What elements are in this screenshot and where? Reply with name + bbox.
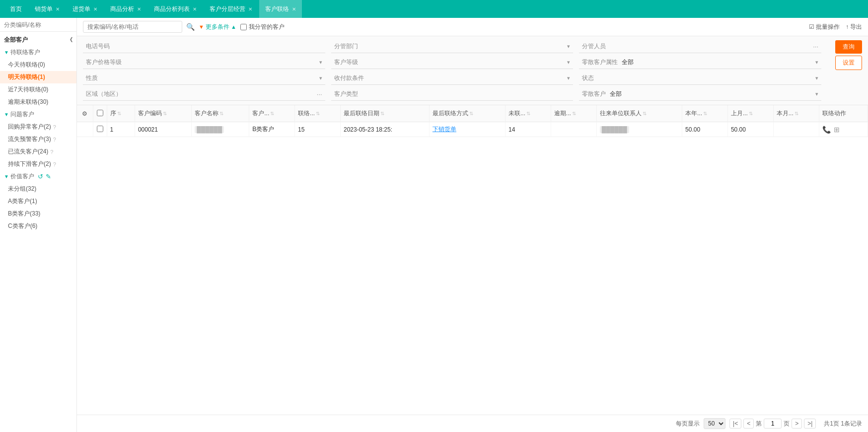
refresh-icon[interactable]: ↺	[38, 173, 43, 180]
col-last-method: 最后联络方式 ⇅	[429, 105, 505, 122]
nav-customer-tier[interactable]: 客户分层经营 ✕	[204, 0, 258, 18]
my-customers-checkbox[interactable]: 我分管的客户	[240, 23, 285, 31]
more-conditions-btn[interactable]: ▼ 更多条件 ▲	[199, 23, 236, 31]
sort-icon-this-month: ⇅	[795, 111, 798, 116]
nav-goods-list-close[interactable]: ✕	[193, 6, 197, 12]
price-level-field[interactable]: 客户价格等级 ▾	[83, 56, 325, 69]
sidebar: 🔍 全部客户 《 ▼ 待联络客户 今天待联络(0) 明天待联络(1) 近7天待联…	[0, 18, 77, 432]
export-btn[interactable]: ↑ 导出	[846, 23, 862, 31]
filter-bar: 🔍 ▼ 更多条件 ▲ 我分管的客户 ☑ 批量操作 ↑ 导出	[77, 18, 868, 36]
region-more-btn[interactable]: ···	[317, 90, 322, 98]
help-icon-2[interactable]: ?	[53, 137, 56, 143]
dept-label: 分管部门	[334, 42, 358, 51]
batch-op-btn[interactable]: ☑ 批量操作	[809, 23, 840, 31]
customer-type-field[interactable]: 客户类型	[331, 88, 574, 101]
sidebar-item-churned[interactable]: 已流失客户(24) ?	[0, 145, 76, 158]
sidebar-item-b-class[interactable]: B类客户(33)	[0, 208, 76, 220]
my-customers-input[interactable]	[240, 24, 247, 30]
filter-search-icon[interactable]: 🔍	[186, 23, 195, 31]
sidebar-item-churn-warning[interactable]: 流失预警客户(3) ?	[0, 133, 76, 145]
col-last-date: 最后联络日期 ⇅	[340, 105, 429, 122]
row-code-cell: 000021	[135, 122, 191, 137]
last-page-btn[interactable]: >|	[804, 419, 816, 429]
more-action-icon[interactable]: ⊞	[834, 126, 840, 134]
help-icon-1[interactable]: ?	[53, 124, 56, 130]
set-button[interactable]: 设置	[835, 56, 862, 70]
person-field[interactable]: 分管人员 ···	[579, 40, 821, 53]
sort-icon-last-date: ⇅	[380, 111, 384, 116]
sidebar-item-c-class[interactable]: C类客户(6)	[0, 220, 76, 232]
nav-home[interactable]: 首页	[4, 0, 28, 18]
dept-dropdown-icon[interactable]: ▾	[567, 43, 570, 50]
nav-purchase[interactable]: 进货单 ✕	[67, 0, 103, 18]
phone-input[interactable]	[114, 43, 322, 50]
col-settings[interactable]: ⚙	[77, 105, 93, 122]
nav-sales[interactable]: 销货单 ✕	[29, 0, 66, 18]
filter-icon: ▼	[199, 24, 204, 30]
next-page-btn[interactable]: >	[792, 419, 802, 429]
price-level-dropdown-icon[interactable]: ▾	[319, 59, 322, 66]
page-input[interactable]	[764, 419, 782, 429]
group-value-label: 价值客户	[10, 172, 34, 181]
sidebar-item-abnormal[interactable]: 回购异常客户(2) ?	[0, 121, 76, 133]
nav-customer-tier-close[interactable]: ✕	[248, 6, 252, 12]
group-value-customers[interactable]: ▼ 价值客户 ↺ ✎	[0, 170, 76, 183]
prev-page-btn[interactable]: <	[743, 419, 754, 429]
nature-label: 性质	[86, 74, 98, 82]
person-more-btn[interactable]: ···	[813, 43, 818, 50]
help-icon-3[interactable]: ?	[50, 149, 53, 155]
phone-field[interactable]: 电话号码	[83, 40, 325, 53]
region-field[interactable]: 区域（地区） ···	[83, 88, 325, 101]
dept-field[interactable]: 分管部门 ▾	[331, 40, 574, 53]
nav-goods-analysis[interactable]: 商品分析 ✕	[104, 0, 147, 18]
retail-attr-dropdown-icon[interactable]: ▾	[815, 59, 818, 66]
nav-purchase-close[interactable]: ✕	[93, 6, 97, 12]
sidebar-item-declining[interactable]: 持续下滑客户(2) ?	[0, 158, 76, 170]
help-icon-4[interactable]: ?	[53, 161, 56, 167]
nav-customer-contact-close[interactable]: ✕	[292, 6, 296, 12]
nav-goods-list[interactable]: 商品分析列表 ✕	[148, 0, 203, 18]
row-checkbox-cell[interactable]	[93, 122, 107, 137]
group-pending-contact[interactable]: ▼ 待联络客户	[0, 46, 76, 59]
page-size-select[interactable]: 50	[704, 418, 725, 429]
sidebar-item-a-class[interactable]: A类客户(1)	[0, 195, 76, 208]
sidebar-item-churn-warning-label: 流失预警客户(3)	[8, 135, 51, 144]
sidebar-item-tomorrow[interactable]: 明天待联络(1)	[0, 71, 76, 83]
query-button[interactable]: 查询	[835, 40, 862, 54]
retail-customer-field[interactable]: 零散客户 全部 ▾	[579, 88, 821, 101]
sidebar-item-tomorrow-label: 明天待联络(1)	[8, 73, 45, 81]
sidebar-item-today[interactable]: 今天待联络(0)	[0, 59, 76, 71]
sidebar-search-input[interactable]	[4, 21, 77, 28]
status-dropdown-icon[interactable]: ▾	[815, 75, 818, 81]
edit-icon[interactable]: ✎	[46, 173, 51, 180]
all-customers-header[interactable]: 全部客户 《	[0, 32, 76, 46]
first-page-btn[interactable]: |<	[729, 419, 741, 429]
nav-customer-contact[interactable]: 客户联络 ✕	[259, 0, 302, 18]
status-field[interactable]: 状态 ▾	[579, 72, 821, 85]
row-last-method-cell[interactable]: 下销货单	[429, 122, 505, 137]
sidebar-item-overdue[interactable]: 逾期未联络(30)	[0, 96, 76, 108]
row-checkbox[interactable]	[97, 126, 103, 132]
select-all-checkbox[interactable]	[97, 110, 103, 116]
sidebar-item-ungrouped[interactable]: 未分组(32)	[0, 183, 76, 195]
row-no-cell: 1	[107, 122, 135, 137]
payment-field[interactable]: 收付款条件 ▾	[331, 72, 574, 85]
top-nav: 首页 销货单 ✕ 进货单 ✕ 商品分析 ✕ 商品分析列表 ✕ 客户分层经营 ✕ …	[0, 0, 868, 18]
nav-goods-analysis-close[interactable]: ✕	[137, 6, 141, 12]
customer-level-field[interactable]: 客户等级 ▾	[331, 56, 574, 69]
row-name-cell[interactable]: ██████	[192, 122, 249, 137]
customer-level-dropdown-icon[interactable]: ▾	[567, 59, 570, 66]
payment-dropdown-icon[interactable]: ▾	[567, 75, 570, 81]
call-icon[interactable]: 📞	[822, 126, 831, 134]
nature-field[interactable]: 性质 ▾	[83, 72, 325, 85]
retail-customer-dropdown-icon[interactable]: ▾	[815, 91, 818, 97]
last-method-link[interactable]: 下销货单	[433, 126, 456, 133]
sidebar-item-7days[interactable]: 近7天待联络(0)	[0, 83, 76, 96]
total-records: 共1页 1条记录	[824, 420, 862, 428]
group-problem-customers[interactable]: ▼ 问题客户	[0, 108, 76, 121]
filter-search-input[interactable]	[83, 21, 182, 33]
retail-attr-field[interactable]: 零散客户属性 全部 ▾	[579, 56, 821, 69]
nav-sales-close[interactable]: ✕	[56, 6, 60, 12]
col-checkbox[interactable]	[93, 105, 107, 122]
nature-dropdown-icon[interactable]: ▾	[319, 75, 322, 81]
